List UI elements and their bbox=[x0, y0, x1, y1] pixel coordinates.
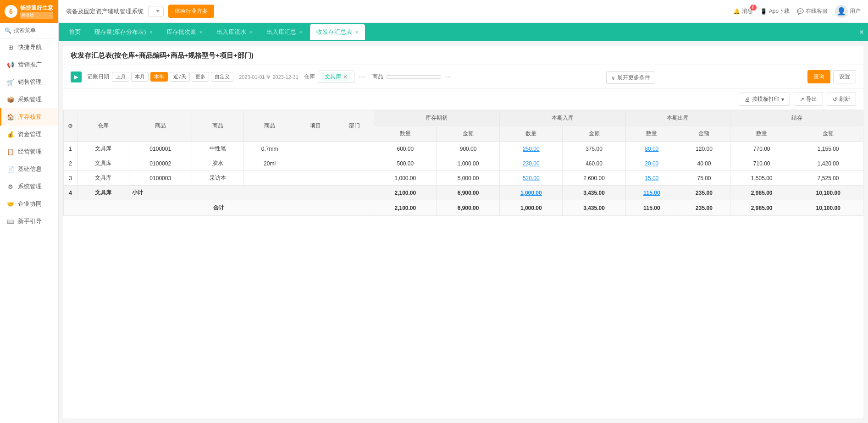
data-table: ⚙ 仓库 商品 商品 商品 项目 部门 库存期初 本期入库 本期出库 结存 bbox=[63, 110, 863, 216]
cell-in-amt-0: 375.00 bbox=[563, 142, 625, 156]
table-row: 3 文具库 0100003 采访本 1,000.00 5,000.00 520.… bbox=[64, 171, 863, 186]
sidebar-item-inventory[interactable]: 🏠库存核算 bbox=[0, 108, 58, 126]
sidebar-item-purchase[interactable]: 📦采购管理 bbox=[0, 91, 58, 108]
cell-dept-0 bbox=[335, 142, 374, 156]
sub-in-amt: 3,435.00 bbox=[563, 186, 625, 200]
date-btn-自定义[interactable]: 自定义 bbox=[211, 72, 233, 82]
date-btn-本月[interactable]: 本月 bbox=[131, 72, 149, 82]
query-button[interactable]: 查询 bbox=[807, 70, 830, 83]
warehouse-more[interactable]: ··· bbox=[357, 73, 367, 81]
cell-index-1: 2 bbox=[64, 156, 77, 171]
app-download[interactable]: 📱 App下载 bbox=[760, 7, 790, 15]
system-select[interactable] bbox=[148, 6, 164, 17]
sidebar-item-finance[interactable]: 💰资金管理 bbox=[0, 126, 58, 143]
cell-in-qty-2[interactable]: 520.00 bbox=[500, 171, 563, 186]
tab-close-inventory_dist[interactable]: ✕ bbox=[149, 30, 153, 35]
cell-open-amt-2: 5,000.00 bbox=[437, 171, 499, 186]
tabs-bar: 首页现存量(库存分布表)✕库存批次账✕出入库流水✕出入库汇总✕收发存汇总表✕ ✕ bbox=[59, 23, 868, 41]
sub-in-qty[interactable]: 1,000.00 bbox=[500, 186, 563, 200]
sidebar-item-quick[interactable]: ⊞快捷导航 bbox=[0, 38, 58, 56]
nav-icon-business: 📋 bbox=[7, 148, 14, 155]
total-open-amt: 6,900.00 bbox=[437, 200, 499, 216]
cell-out-qty-2[interactable]: 15.00 bbox=[625, 171, 678, 186]
total-in-amt: 3,435.00 bbox=[563, 200, 625, 216]
tab-close-collect_summary[interactable]: ✕ bbox=[355, 30, 359, 35]
warehouse-filter-input[interactable]: 文具库 ✕ bbox=[318, 71, 354, 83]
tab-close-batch[interactable]: ✕ bbox=[199, 30, 203, 35]
sidebar-logo: 6 畅捷通好生意 标准版 bbox=[0, 0, 58, 23]
goods-filter-input[interactable] bbox=[386, 75, 441, 79]
main-content: 收发存汇总表(按仓库+商品编码+商品+规格型号+项目+部门) ▶ 记账日期 上月… bbox=[59, 41, 868, 423]
cell-name-0: 中性笔 bbox=[192, 142, 243, 156]
logo-icon: 6 bbox=[5, 5, 17, 18]
page-container: 收发存汇总表(按仓库+商品编码+商品+规格型号+项目+部门) ▶ 记账日期 上月… bbox=[63, 46, 863, 418]
col-goods-spec: 商品 bbox=[243, 110, 296, 142]
date-btn-近7天[interactable]: 近7天 bbox=[170, 72, 190, 82]
tab-home[interactable]: 首页 bbox=[62, 24, 87, 40]
sidebar-item-system[interactable]: ⚙系统管理 bbox=[0, 178, 58, 195]
col-project: 项目 bbox=[296, 110, 335, 142]
print-button[interactable]: 🖨 按模板打印 ▾ bbox=[739, 93, 790, 106]
tab-batch[interactable]: 库存批次账✕ bbox=[160, 24, 209, 40]
date-btn-上月[interactable]: 上月 bbox=[112, 72, 129, 82]
col-goods-code: 商品 bbox=[129, 110, 192, 142]
sidebar-item-business[interactable]: 📋经营管理 bbox=[0, 143, 58, 160]
tab-inventory_dist[interactable]: 现存量(库存分布表)✕ bbox=[88, 24, 159, 40]
top-header: 装备及固定资产辅助管理系统 体验行业方案 🔔 消息 6 📱 App下载 💬 在线… bbox=[59, 0, 868, 23]
sidebar-item-enterprise[interactable]: 🤝企业协同 bbox=[0, 195, 58, 213]
warehouse-tag-close[interactable]: ✕ bbox=[343, 74, 348, 80]
expand-conditions-btn[interactable]: ∨ 展开更多条件 bbox=[606, 71, 655, 84]
nav-label-inventory: 库存核算 bbox=[18, 113, 42, 121]
data-table-container: ⚙ 仓库 商品 商品 商品 项目 部门 库存期初 本期入库 本期出库 结存 bbox=[63, 110, 863, 418]
tab-label-batch: 库存批次账 bbox=[166, 28, 196, 36]
cell-open-amt-0: 900.00 bbox=[437, 142, 499, 156]
sidebar-item-marketing[interactable]: 📢营销推广 bbox=[0, 56, 58, 73]
nav-label-system: 系统管理 bbox=[18, 182, 42, 191]
tab-inout_summary[interactable]: 出入库汇总✕ bbox=[260, 24, 309, 40]
sidebar-item-guide[interactable]: 📖新手引导 bbox=[0, 213, 58, 230]
experience-button[interactable]: 体验行业方案 bbox=[168, 5, 214, 18]
tab-close-inout_summary[interactable]: ✕ bbox=[299, 30, 303, 35]
nav-icon-guide: 📖 bbox=[7, 218, 14, 225]
close-all-tabs[interactable]: ✕ bbox=[859, 28, 864, 36]
sidebar-item-sales[interactable]: 🛒销售管理 bbox=[0, 73, 58, 91]
notification-bell[interactable]: 🔔 消息 6 bbox=[733, 7, 753, 15]
nav-label-finance: 资金管理 bbox=[18, 130, 42, 138]
sidebar-item-base[interactable]: 📄基础信息 bbox=[0, 160, 58, 178]
cell-name-2: 采访本 bbox=[192, 171, 243, 186]
filter-toggle-btn[interactable]: ▶ bbox=[71, 71, 82, 82]
filter-bar: ▶ 记账日期 上月本月本年近7天更多自定义 2023-01-01 至 2023-… bbox=[63, 65, 863, 89]
cell-in-qty-0[interactable]: 250.00 bbox=[500, 142, 563, 156]
cell-out-qty-0[interactable]: 80.00 bbox=[625, 142, 678, 156]
cell-code-1: 0100002 bbox=[129, 156, 192, 171]
refresh-button[interactable]: ↺ 刷新 bbox=[827, 93, 856, 106]
sub-out-qty[interactable]: 115.00 bbox=[625, 186, 678, 200]
print-dropdown-icon: ▾ bbox=[781, 96, 784, 103]
col-close-amt: 金额 bbox=[793, 126, 863, 142]
header-right: 🔔 消息 6 📱 App下载 💬 在线客服 👤 用户 bbox=[733, 5, 861, 18]
export-button[interactable]: ↗ 导出 bbox=[794, 93, 823, 106]
online-service[interactable]: 💬 在线客服 bbox=[797, 7, 828, 15]
cell-out-qty-1[interactable]: 20.00 bbox=[625, 156, 678, 171]
cell-spec-1: 20ml bbox=[243, 156, 296, 171]
col-opening-group: 库存期初 bbox=[374, 110, 499, 126]
nav-icon-enterprise: 🤝 bbox=[7, 201, 14, 208]
date-btn-更多[interactable]: 更多 bbox=[192, 72, 209, 82]
cell-in-qty-1[interactable]: 230.00 bbox=[500, 156, 563, 171]
tab-collect_summary[interactable]: 收发存汇总表✕ bbox=[310, 24, 365, 40]
export-icon: ↗ bbox=[800, 96, 804, 103]
sub-out-amt: 235.00 bbox=[678, 186, 730, 200]
tab-label-collect_summary: 收发存汇总表 bbox=[316, 28, 352, 36]
col-settings[interactable]: ⚙ bbox=[64, 110, 77, 142]
goods-more[interactable]: ··· bbox=[444, 73, 453, 81]
date-btn-本年[interactable]: 本年 bbox=[150, 72, 168, 82]
user-menu[interactable]: 👤 用户 bbox=[835, 5, 861, 18]
tab-inout_flow[interactable]: 出入库流水✕ bbox=[210, 24, 259, 40]
sidebar-search[interactable]: 🔍 搜索菜单 bbox=[0, 23, 58, 38]
cell-close-amt-1: 1,420.00 bbox=[793, 156, 863, 171]
table-row: 2 文具库 0100002 胶水 20ml 500.00 1,000.00 23… bbox=[64, 156, 863, 171]
settings-button[interactable]: 设置 bbox=[833, 70, 856, 83]
logo-text: 畅捷通好生意 标准版 bbox=[20, 4, 53, 19]
tab-close-inout_flow[interactable]: ✕ bbox=[249, 30, 253, 35]
cell-project-2 bbox=[296, 171, 335, 186]
